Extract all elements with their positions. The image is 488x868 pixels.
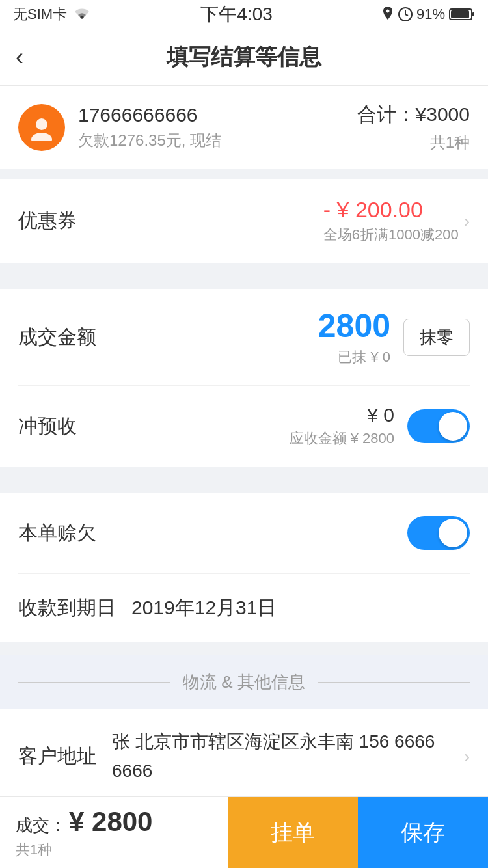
status-time: 下午4:03: [200, 2, 273, 27]
avatar-icon: [29, 115, 55, 141]
clock-icon: [398, 7, 413, 21]
address-value: 张 北京市市辖区海淀区永丰南 156 6666 6666: [112, 727, 464, 786]
logistics-section: 物流 & 其他信息 客户地址 张 北京市市辖区海淀区永丰南 156 6666 6…: [0, 655, 488, 804]
status-bar: 无SIM卡 下午4:03 91%: [0, 0, 488, 29]
prepay-toggle[interactable]: [407, 409, 470, 443]
logistics-title: 物流 & 其他信息: [183, 671, 305, 694]
coupon-right: - ¥ 200.00 全场6折满1000减200 ›: [323, 197, 470, 245]
battery-percent: 91%: [416, 6, 445, 23]
debt-date-row: 收款到期日 2019年12月31日: [18, 574, 470, 642]
total-amount: 合计：¥3000: [357, 102, 470, 128]
no-sim-label: 无SIM卡: [13, 5, 67, 24]
prepay-amount: ¥ 0: [290, 404, 394, 426]
already-rounded: 已抹 ¥ 0: [318, 347, 390, 367]
svg-point-7: [31, 133, 52, 141]
amount-section: 成交金额 2800 已抹 ¥ 0 抹零 冲预收 ¥ 0 应收金额 ¥ 2800: [0, 289, 488, 467]
user-left: 17666666666 欠款1276.35元, 现结: [18, 104, 221, 151]
coupon-desc: 全场6折满1000减200: [323, 225, 459, 245]
nav-bar: ‹ 填写结算等信息: [0, 29, 488, 86]
bottom-deal-label: 成交：: [16, 814, 66, 837]
debt-row: 本单赊欠: [18, 493, 470, 574]
svg-line-2: [405, 14, 408, 16]
debt-date-value: 2019年12月31日: [131, 595, 277, 621]
total-count: 共1种: [357, 132, 470, 153]
avatar: [18, 104, 65, 151]
logistics-line-left: [18, 682, 170, 683]
status-right: 91%: [381, 6, 475, 23]
debt-toggle[interactable]: [407, 516, 470, 550]
svg-point-6: [36, 118, 47, 130]
prepay-receivable: 应收金额 ¥ 2800: [290, 429, 394, 448]
bottom-count: 共1种: [16, 840, 212, 860]
hold-button[interactable]: 挂单: [228, 797, 358, 868]
address-right: ›: [464, 746, 470, 767]
debt-section: 本单赊欠 收款到期日 2019年12月31日: [0, 493, 488, 642]
deal-amount-right: 2800 已抹 ¥ 0 抹零: [318, 307, 470, 367]
user-total: 合计：¥3000 共1种: [357, 102, 470, 153]
bottom-summary: 成交： ¥ 2800 共1种: [0, 797, 228, 868]
coupon-label: 优惠券: [18, 208, 77, 234]
address-label: 客户地址: [18, 743, 96, 770]
battery-icon: [449, 7, 475, 21]
save-button[interactable]: 保存: [358, 797, 488, 868]
logistics-line-right: [318, 682, 470, 683]
user-debt: 欠款1276.35元, 现结: [78, 130, 221, 151]
wifi-icon: [72, 7, 92, 21]
round-button[interactable]: 抹零: [403, 319, 470, 356]
user-info: 17666666666 欠款1276.35元, 现结: [78, 104, 221, 151]
logistics-header: 物流 & 其他信息: [0, 655, 488, 709]
debt-label: 本单赊欠: [18, 520, 96, 547]
coupon-discount: - ¥ 200.00: [323, 197, 459, 223]
deal-amount-row: 成交金额 2800 已抹 ¥ 0 抹零: [18, 289, 470, 386]
section-divider-1: [0, 276, 488, 289]
address-row[interactable]: 客户地址 张 北京市市辖区海淀区永丰南 156 6666 6666 ›: [0, 709, 488, 804]
status-left: 无SIM卡: [13, 5, 92, 24]
svg-rect-5: [451, 10, 469, 18]
location-icon: [381, 7, 394, 22]
deal-amount-value: 2800: [318, 307, 390, 345]
coupon-chevron-icon: ›: [464, 211, 470, 232]
page-title: 填写结算等信息: [167, 42, 321, 72]
back-button[interactable]: ‹: [16, 44, 23, 71]
prepay-row: 冲预收 ¥ 0 应收金额 ¥ 2800: [18, 386, 470, 467]
svg-rect-4: [472, 12, 474, 16]
user-phone: 17666666666: [78, 104, 221, 126]
prepay-right: ¥ 0 应收金额 ¥ 2800: [290, 404, 470, 448]
prepay-label: 冲预收: [18, 413, 77, 440]
deal-amount-label: 成交金额: [18, 324, 96, 351]
user-card: 17666666666 欠款1276.35元, 现结 合计：¥3000 共1种: [0, 86, 488, 169]
coupon-row[interactable]: 优惠券 - ¥ 200.00 全场6折满1000减200 ›: [0, 179, 488, 263]
section-divider-2: [0, 467, 488, 480]
bottom-amount: ¥ 2800: [69, 806, 152, 837]
debt-date-label: 收款到期日: [18, 595, 116, 621]
bottom-bar: 成交： ¥ 2800 共1种 挂单 保存: [0, 796, 488, 868]
address-chevron-icon: ›: [464, 746, 470, 767]
